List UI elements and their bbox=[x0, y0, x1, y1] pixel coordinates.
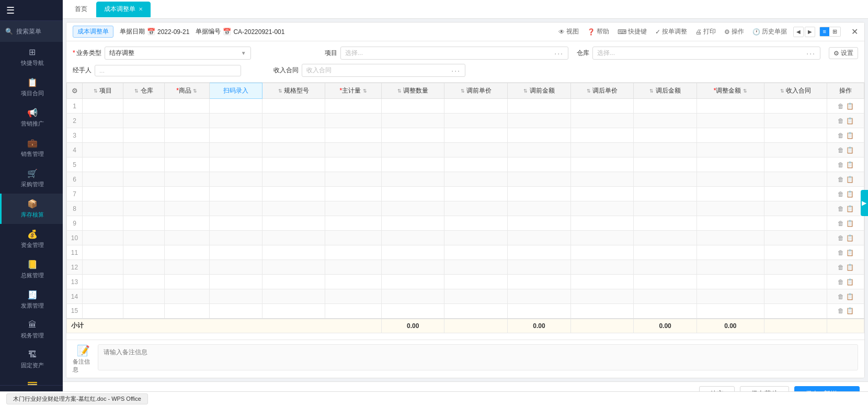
row-beforeamount-15[interactable] bbox=[508, 304, 571, 319]
row-incomecontract-7[interactable] bbox=[764, 187, 827, 201]
row-afteramount-15[interactable] bbox=[634, 304, 697, 319]
row-copy-btn-6[interactable]: 📋 bbox=[846, 176, 854, 183]
row-project-13[interactable] bbox=[83, 275, 123, 289]
row-project-4[interactable] bbox=[83, 143, 123, 157]
col-warehouse-header[interactable]: ⇅ 仓库 bbox=[123, 83, 164, 99]
print-btn[interactable]: 🖨 打印 bbox=[693, 26, 718, 37]
project-input[interactable]: 选择... ··· bbox=[340, 47, 568, 60]
row-beforeprice-10[interactable] bbox=[444, 231, 508, 245]
row-product-14[interactable] bbox=[164, 289, 210, 304]
row-project-1[interactable] bbox=[83, 99, 123, 114]
row-spec-13[interactable] bbox=[262, 275, 325, 289]
row-warehouse-3[interactable] bbox=[123, 128, 164, 143]
row-afterprice-8[interactable] bbox=[570, 201, 634, 216]
row-adjustamount-13[interactable] bbox=[696, 275, 764, 289]
col-scan-header[interactable]: 扫码录入 bbox=[210, 83, 262, 99]
row-incomecontract-2[interactable] bbox=[764, 114, 827, 128]
row-adjustamount-3[interactable] bbox=[696, 128, 764, 143]
row-beforeamount-12[interactable] bbox=[508, 260, 571, 275]
col-incomecontract-header[interactable]: ⇅ 收入合同 bbox=[764, 83, 827, 99]
row-warehouse-13[interactable] bbox=[123, 275, 164, 289]
row-delete-btn-13[interactable]: 🗑 bbox=[838, 278, 844, 286]
help-btn[interactable]: ❓ 帮助 bbox=[585, 26, 611, 37]
row-scan-3[interactable] bbox=[210, 128, 262, 143]
row-scan-12[interactable] bbox=[210, 260, 262, 275]
row-unit-14[interactable] bbox=[325, 289, 382, 304]
business-type-input[interactable]: 结存调整 ▼ bbox=[105, 47, 251, 60]
row-beforeamount-2[interactable] bbox=[508, 114, 571, 128]
row-afteramount-11[interactable] bbox=[634, 245, 697, 260]
row-scan-1[interactable] bbox=[210, 99, 262, 114]
row-product-11[interactable] bbox=[164, 245, 210, 260]
row-warehouse-11[interactable] bbox=[123, 245, 164, 260]
row-project-14[interactable] bbox=[83, 289, 123, 304]
row-incomecontract-15[interactable] bbox=[764, 304, 827, 319]
sidebar-item-tax-mgmt[interactable]: 🏛税务管理 bbox=[0, 315, 63, 345]
row-incomecontract-3[interactable] bbox=[764, 128, 827, 143]
row-copy-btn-14[interactable]: 📋 bbox=[846, 293, 854, 300]
row-spec-11[interactable] bbox=[262, 245, 325, 260]
row-product-4[interactable] bbox=[164, 143, 210, 157]
row-copy-btn-10[interactable]: 📋 bbox=[846, 234, 854, 242]
row-unit-12[interactable] bbox=[325, 260, 382, 275]
row-product-12[interactable] bbox=[164, 260, 210, 275]
sidebar-item-invoice-mgmt[interactable]: 🧾发票管理 bbox=[0, 285, 63, 315]
row-delete-btn-15[interactable]: 🗑 bbox=[838, 307, 844, 314]
row-adjustqty-5[interactable] bbox=[381, 157, 444, 172]
row-scan-6[interactable] bbox=[210, 172, 262, 187]
row-delete-btn-7[interactable]: 🗑 bbox=[838, 190, 844, 198]
row-spec-1[interactable] bbox=[262, 99, 325, 114]
view-list-btn[interactable]: ≡ bbox=[820, 27, 829, 36]
row-beforeprice-6[interactable] bbox=[444, 172, 508, 187]
row-copy-btn-12[interactable]: 📋 bbox=[846, 264, 854, 271]
row-adjustamount-5[interactable] bbox=[696, 157, 764, 172]
row-adjustqty-13[interactable] bbox=[381, 275, 444, 289]
row-beforeprice-2[interactable] bbox=[444, 114, 508, 128]
row-product-6[interactable] bbox=[164, 172, 210, 187]
row-unit-1[interactable] bbox=[325, 99, 382, 114]
row-delete-btn-12[interactable]: 🗑 bbox=[838, 264, 844, 271]
row-afteramount-1[interactable] bbox=[634, 99, 697, 114]
row-unit-10[interactable] bbox=[325, 231, 382, 245]
row-beforeprice-13[interactable] bbox=[444, 275, 508, 289]
row-afteramount-7[interactable] bbox=[634, 187, 697, 201]
row-beforeprice-4[interactable] bbox=[444, 143, 508, 157]
row-warehouse-7[interactable] bbox=[123, 187, 164, 201]
tab-close-icon[interactable]: ✕ bbox=[139, 6, 143, 12]
row-copy-btn-7[interactable]: 📋 bbox=[846, 190, 854, 198]
row-copy-btn-8[interactable]: 📋 bbox=[846, 205, 854, 212]
row-delete-btn-2[interactable]: 🗑 bbox=[838, 117, 844, 125]
col-afteramount-header[interactable]: ⇅ 调后金额 bbox=[634, 83, 697, 99]
row-beforeprice-12[interactable] bbox=[444, 260, 508, 275]
row-afteramount-12[interactable] bbox=[634, 260, 697, 275]
row-delete-btn-9[interactable]: 🗑 bbox=[838, 220, 844, 227]
handler-input[interactable]: ... bbox=[95, 65, 241, 76]
row-copy-btn-4[interactable]: 📋 bbox=[846, 146, 854, 154]
row-beforeamount-1[interactable] bbox=[508, 99, 571, 114]
row-afteramount-6[interactable] bbox=[634, 172, 697, 187]
row-adjustqty-3[interactable] bbox=[381, 128, 444, 143]
nav-next-btn[interactable]: ▶ bbox=[805, 27, 815, 37]
row-afterprice-12[interactable] bbox=[570, 260, 634, 275]
sidebar-item-quick-nav[interactable]: ⊞快捷导航 bbox=[0, 42, 63, 72]
row-scan-9[interactable] bbox=[210, 216, 262, 231]
row-afterprice-11[interactable] bbox=[570, 245, 634, 260]
row-afterprice-15[interactable] bbox=[570, 304, 634, 319]
row-beforeamount-5[interactable] bbox=[508, 157, 571, 172]
row-incomecontract-8[interactable] bbox=[764, 201, 827, 216]
row-product-1[interactable] bbox=[164, 99, 210, 114]
row-spec-14[interactable] bbox=[262, 289, 325, 304]
row-afterprice-6[interactable] bbox=[570, 172, 634, 187]
check-adjust-btn[interactable]: ✓ 按单调整 bbox=[653, 26, 689, 37]
row-unit-9[interactable] bbox=[325, 216, 382, 231]
row-unit-15[interactable] bbox=[325, 304, 382, 319]
window-date-icon[interactable]: 📅 bbox=[147, 28, 155, 36]
row-project-8[interactable] bbox=[83, 201, 123, 216]
row-delete-btn-10[interactable]: 🗑 bbox=[838, 234, 844, 242]
row-incomecontract-14[interactable] bbox=[764, 289, 827, 304]
row-spec-2[interactable] bbox=[262, 114, 325, 128]
row-adjustamount-2[interactable] bbox=[696, 114, 764, 128]
row-warehouse-9[interactable] bbox=[123, 216, 164, 231]
row-incomecontract-11[interactable] bbox=[764, 245, 827, 260]
row-adjustqty-10[interactable] bbox=[381, 231, 444, 245]
